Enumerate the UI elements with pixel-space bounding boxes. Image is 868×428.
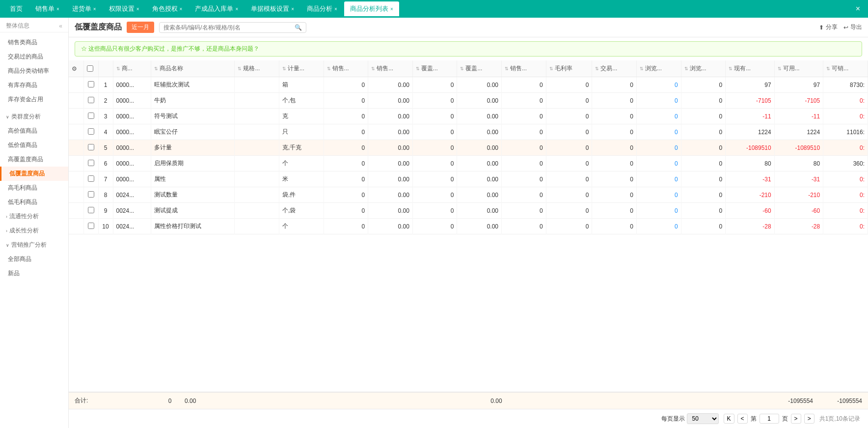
page-size-select[interactable]: 50 10 20 100 xyxy=(687,413,719,424)
nav-home[interactable]: 首页 xyxy=(4,1,28,16)
row-trade: 0 xyxy=(592,109,637,124)
nav-product-analysis-list[interactable]: 商品分析列表 × xyxy=(344,1,399,16)
row-checkbox[interactable] xyxy=(83,203,98,219)
th-sales-x[interactable]: ⇅销售... xyxy=(502,60,546,77)
nav-product-analysis[interactable]: 商品分析 × xyxy=(301,1,343,16)
row-code: 0000... xyxy=(113,140,151,156)
next-page-button[interactable]: > xyxy=(791,414,801,424)
sidebar-item-category-rate[interactable]: 商品分类动销率 xyxy=(0,64,68,78)
sidebar-item-high-margin[interactable]: 高毛利商品 xyxy=(0,181,68,195)
sidebar-group-value-analysis[interactable]: ∨ 类群度分析 xyxy=(0,110,68,124)
row-browse1[interactable]: 0 xyxy=(636,124,681,140)
nav-close-permissions[interactable]: × xyxy=(136,6,139,12)
search-icon[interactable]: 🔍 xyxy=(295,24,302,31)
nav-close-analysis-list[interactable]: × xyxy=(390,6,393,12)
th-name[interactable]: ⇅商品名称 xyxy=(151,60,235,77)
nav-role-auth[interactable]: 角色授权 × xyxy=(146,1,189,16)
sidebar-item-stock-capital[interactable]: 库存资金占用 xyxy=(0,92,68,107)
sidebar-group-growth[interactable]: › 成长性分析 xyxy=(0,224,68,238)
export-button[interactable]: ↩ 导出 xyxy=(843,23,862,31)
row-browse1[interactable]: 0 xyxy=(636,109,681,124)
th-current[interactable]: ⇅现有... xyxy=(726,60,775,77)
row-browse1[interactable]: 0 xyxy=(636,203,681,219)
row-checkbox[interactable] xyxy=(83,109,98,124)
nav-close-analysis[interactable]: × xyxy=(334,6,337,12)
header-actions: ⬆ 分享 ↩ 导出 xyxy=(819,23,862,31)
row-trade: 0 xyxy=(592,219,637,234)
th-avail[interactable]: ⇅可用... xyxy=(774,60,823,77)
period-button[interactable]: 近一月 xyxy=(127,22,154,33)
row-checkbox[interactable] xyxy=(83,156,98,171)
th-trade[interactable]: ⇅交易... xyxy=(592,60,637,77)
nav-close-role[interactable]: × xyxy=(180,6,183,12)
sidebar-item-new-goods[interactable]: 新品 xyxy=(0,266,68,281)
row-checkbox[interactable] xyxy=(83,140,98,156)
row-browse1[interactable]: 0 xyxy=(636,156,681,171)
page-number-input[interactable] xyxy=(760,414,779,424)
th-code[interactable]: ⇅商... xyxy=(113,60,151,77)
th-browse1[interactable]: ⇅浏览... xyxy=(636,60,681,77)
row-trade: 0 xyxy=(592,171,637,187)
row-gross-rate: 0 xyxy=(546,219,592,234)
sidebar-item-stock-goods[interactable]: 有库存商品 xyxy=(0,78,68,92)
row-browse1[interactable]: 0 xyxy=(636,219,681,234)
th-spec[interactable]: ⇅规格... xyxy=(235,60,279,77)
row-checkbox[interactable] xyxy=(83,187,98,203)
th-unit[interactable]: ⇅计量... xyxy=(279,60,324,77)
nav-permissions[interactable]: 权限设置 × xyxy=(103,1,145,16)
select-all-checkbox[interactable] xyxy=(87,65,93,72)
sidebar-collapse-icon[interactable]: « xyxy=(59,23,62,29)
row-browse1[interactable]: 0 xyxy=(636,140,681,156)
nav-close-template[interactable]: × xyxy=(291,6,294,12)
row-checkbox[interactable] xyxy=(83,77,98,93)
nav-template-settings[interactable]: 单据模板设置 × xyxy=(245,1,300,16)
row-setting xyxy=(69,156,83,171)
sidebar-item-sales-goods[interactable]: 销售类商品 xyxy=(0,35,68,50)
sidebar-item-high-coverage[interactable]: 高覆盖度商品 xyxy=(0,152,68,167)
row-checkbox[interactable] xyxy=(83,219,98,234)
th-sales-amt[interactable]: ⇅销售... xyxy=(368,60,413,77)
last-page-button[interactable]: > xyxy=(804,414,814,424)
row-checkbox[interactable] xyxy=(83,93,98,109)
sidebar-item-all-goods[interactable]: 全部商品 xyxy=(0,252,68,266)
row-sales-amt: 0.00 xyxy=(368,109,413,124)
th-checkbox[interactable] xyxy=(83,60,98,77)
th-sellable[interactable]: ⇅可销... xyxy=(823,60,868,77)
product-table: ⚙ ⇅商... ⇅商品名称 ⇅规格... xyxy=(69,60,868,234)
row-browse1[interactable]: 0 xyxy=(636,77,681,93)
window-close-button[interactable]: × xyxy=(852,2,864,15)
sidebar-group-circulation[interactable]: › 流通性分析 xyxy=(0,209,68,224)
row-sales-amt: 0.00 xyxy=(368,124,413,140)
page-size-label: 每页显示 xyxy=(661,415,685,423)
sidebar-item-low-coverage[interactable]: 低覆盖度商品 xyxy=(0,167,68,181)
th-gross-rate[interactable]: ⇅毛利率 xyxy=(546,60,592,77)
th-sales-qty[interactable]: ⇅销售... xyxy=(324,60,368,77)
th-cover2[interactable]: ⇅覆盖... xyxy=(457,60,502,77)
sidebar-item-traded-goods[interactable]: 交易过的商品 xyxy=(0,50,68,64)
row-cover2: 0.00 xyxy=(457,140,502,156)
sidebar-item-low-value[interactable]: 低价值商品 xyxy=(0,138,68,152)
th-cover1[interactable]: ⇅覆盖... xyxy=(412,60,457,77)
row-browse1[interactable]: 0 xyxy=(636,93,681,109)
nav-sales-order[interactable]: 销售单 × xyxy=(29,1,65,16)
nav-purchase[interactable]: 进货单 × xyxy=(66,1,102,16)
nav-close-sales[interactable]: × xyxy=(56,6,59,12)
row-checkbox[interactable] xyxy=(83,124,98,140)
search-input[interactable] xyxy=(163,24,292,31)
nav-product-inbound[interactable]: 产成品入库单 × xyxy=(189,1,244,16)
prev-page-button[interactable]: < xyxy=(737,414,748,424)
nav-close-inbound[interactable]: × xyxy=(235,6,238,12)
sidebar-item-low-margin[interactable]: 低毛利商品 xyxy=(0,195,68,209)
row-browse1[interactable]: 0 xyxy=(636,187,681,203)
sidebar-group-marketing[interactable]: ∨ 营销推广分析 xyxy=(0,238,68,252)
nav-close-purchase[interactable]: × xyxy=(93,6,96,12)
row-checkbox[interactable] xyxy=(83,171,98,187)
sidebar-item-high-value[interactable]: 高价值商品 xyxy=(0,124,68,138)
row-browse1[interactable]: 0 xyxy=(636,171,681,187)
row-current: -210 xyxy=(726,187,775,203)
share-button[interactable]: ⬆ 分享 xyxy=(819,23,838,31)
first-page-button[interactable]: K xyxy=(724,414,734,424)
th-browse2[interactable]: ⇅浏览... xyxy=(681,60,726,77)
sidebar-header: 整体信息 « xyxy=(0,18,68,32)
th-setting[interactable]: ⚙ xyxy=(69,60,83,77)
